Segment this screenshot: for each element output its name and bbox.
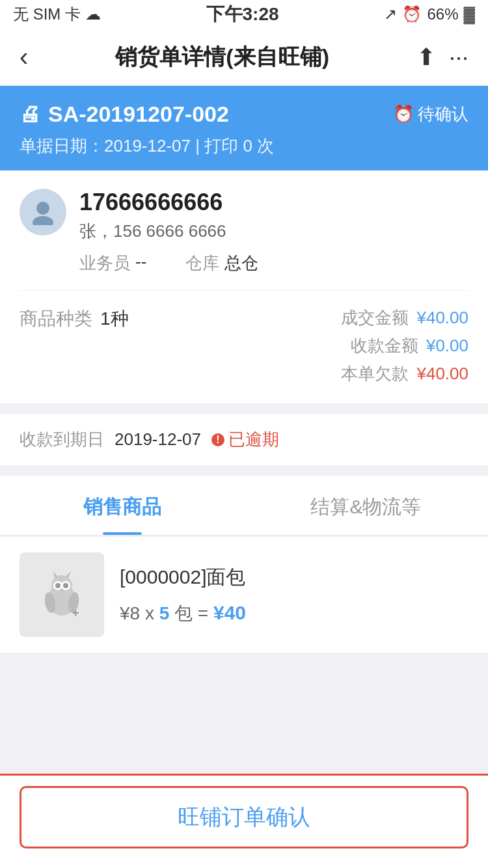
- product-types-item: 商品种类 1种: [20, 306, 129, 331]
- product-name: [0000002]面包: [120, 564, 468, 591]
- alarm-icon: ⏰: [402, 5, 422, 23]
- share-button[interactable]: ⬆: [416, 44, 436, 71]
- order-status: ⏰ 待确认: [393, 103, 468, 126]
- summary-right: 成交金额 ¥40.00 收款金额 ¥0.00 本单欠款 ¥40.00: [341, 306, 468, 385]
- tab-settlement-logistics[interactable]: 结算&物流等: [244, 476, 488, 535]
- svg-point-1: [33, 216, 53, 225]
- owed-amount-value: ¥40.00: [416, 364, 468, 384]
- summary-left: 商品种类 1种: [20, 306, 129, 331]
- svg-point-0: [36, 202, 49, 215]
- overdue-text: 已逾期: [228, 428, 279, 451]
- confirm-order-button[interactable]: 旺铺订单确认: [20, 786, 468, 848]
- salesperson-label: 业务员: [79, 252, 130, 275]
- battery-icon: ▓: [463, 5, 475, 23]
- price-per-unit: ¥8: [120, 603, 140, 623]
- more-button[interactable]: ···: [449, 44, 468, 71]
- due-date-label: 收款到期日: [20, 428, 104, 451]
- summary-row: 商品种类 1种 成交金额 ¥40.00 收款金额 ¥0.00 本单欠款 ¥40.…: [20, 306, 468, 385]
- tabs: 销售商品 结算&物流等: [0, 476, 488, 536]
- warehouse-item: 仓库 总仓: [185, 252, 258, 275]
- status-bar: 无 SIM 卡 ☁ 下午3:28 ↗ ⏰ 66% ▓: [0, 0, 488, 29]
- overdue-badge: ! 已逾期: [211, 428, 279, 451]
- customer-avatar: [20, 189, 66, 236]
- no-sim-label: 无 SIM 卡 ☁: [13, 4, 101, 25]
- svg-marker-5: [66, 571, 71, 578]
- deal-amount-label: 成交金额: [341, 306, 409, 329]
- due-date-value: 2019-12-07: [115, 429, 201, 450]
- salesperson-value: --: [135, 252, 146, 275]
- product-info: [0000002]面包 ¥8 x 5 包 = ¥40: [120, 564, 468, 626]
- customer-phone: 17666666666: [79, 189, 468, 216]
- back-button[interactable]: ‹: [20, 42, 28, 72]
- overdue-icon: !: [211, 433, 224, 446]
- location-icon: ↗: [384, 5, 397, 23]
- status-right: ↗ ⏰ 66% ▓: [384, 5, 475, 23]
- nav-bar: ‹ 销货单详情(来自旺铺) ⬆ ···: [0, 29, 488, 86]
- order-id-text: SA-20191207-002: [48, 102, 229, 127]
- warehouse-value: 总仓: [224, 252, 258, 275]
- price-multiply: x: [145, 603, 159, 623]
- received-amount-value: ¥0.00: [426, 336, 468, 356]
- tab-sales-products[interactable]: 销售商品: [0, 476, 244, 535]
- battery-label: 66%: [427, 5, 458, 23]
- page-title: 销货单详情(来自旺铺): [115, 42, 329, 72]
- product-unit: 包: [174, 603, 193, 623]
- price-equals: =: [198, 603, 213, 623]
- order-status-text: 待确认: [418, 103, 468, 126]
- product-image: +: [20, 552, 104, 637]
- order-header: 🖨 SA-20191207-002 ⏰ 待确认 单据日期：2019-12-07 …: [0, 86, 488, 170]
- summary-section: 商品种类 1种 成交金额 ¥40.00 收款金额 ¥0.00 本单欠款 ¥40.…: [20, 291, 468, 385]
- product-quantity: 5: [159, 603, 170, 623]
- status-time: 下午3:28: [206, 2, 279, 27]
- warehouse-label: 仓库: [185, 252, 219, 275]
- svg-text:+: +: [72, 606, 79, 619]
- deal-amount-row: 成交金额 ¥40.00: [341, 306, 468, 329]
- status-left: 无 SIM 卡 ☁: [13, 4, 101, 25]
- salesperson-item: 业务员 --: [79, 252, 146, 275]
- svg-marker-4: [53, 571, 58, 578]
- tabs-section: 销售商品 结算&物流等: [0, 476, 488, 536]
- due-date-section: 收款到期日 2019-12-07 ! 已逾期: [0, 414, 488, 465]
- product-types-value: 1种: [100, 306, 129, 331]
- customer-info: 17666666666 张，156 6666 6666 业务员 -- 仓库 总仓: [79, 189, 468, 275]
- order-id: 🖨 SA-20191207-002: [20, 102, 229, 127]
- svg-point-8: [55, 583, 61, 588]
- customer-section: 17666666666 张，156 6666 6666 业务员 -- 仓库 总仓: [20, 189, 468, 291]
- product-thumbnail: +: [36, 569, 88, 621]
- customer-name: 张，156 6666 6666: [79, 220, 468, 243]
- product-types-label: 商品种类: [20, 306, 92, 331]
- svg-point-9: [63, 583, 68, 588]
- received-amount-label: 收款金额: [351, 334, 418, 357]
- deal-amount-value: ¥40.00: [416, 308, 468, 328]
- status-clock-icon: ⏰: [393, 104, 414, 124]
- order-date: 单据日期：2019-12-07 | 打印 0 次: [20, 135, 468, 157]
- owed-amount-row: 本单欠款 ¥40.00: [341, 362, 468, 385]
- customer-meta: 业务员 -- 仓库 总仓: [79, 252, 468, 275]
- owed-amount-label: 本单欠款: [341, 362, 409, 385]
- received-amount-row: 收款金额 ¥0.00: [351, 334, 468, 357]
- product-total: ¥40: [213, 602, 246, 623]
- product-price: ¥8 x 5 包 = ¥40: [120, 601, 468, 626]
- order-icon: 🖨: [20, 102, 40, 126]
- product-card: + [0000002]面包 ¥8 x 5 包 = ¥40: [0, 537, 488, 653]
- customer-summary-card: 17666666666 张，156 6666 6666 业务员 -- 仓库 总仓…: [0, 170, 488, 403]
- bottom-bar: 旺铺订单确认: [0, 774, 488, 868]
- nav-actions: ⬆ ···: [416, 44, 468, 71]
